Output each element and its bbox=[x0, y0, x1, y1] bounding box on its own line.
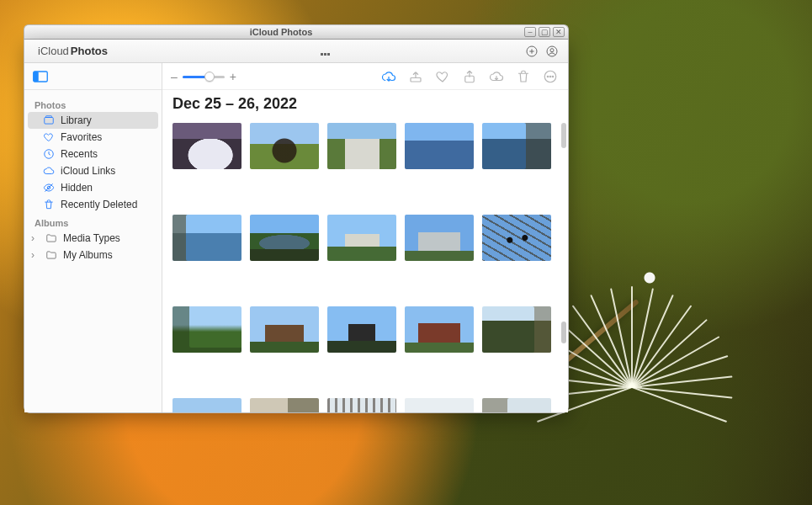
app-brand: iCloud bbox=[38, 45, 69, 57]
photo-thumbnail[interactable] bbox=[327, 123, 396, 169]
zoom-slider-knob[interactable] bbox=[204, 72, 215, 82]
folder-icon bbox=[45, 249, 57, 261]
photo-thumbnail[interactable] bbox=[327, 398, 396, 412]
photo-thumbnail[interactable] bbox=[172, 306, 241, 353]
upload-icon[interactable] bbox=[406, 69, 425, 84]
zoom-out-button[interactable]: – bbox=[171, 70, 178, 83]
app-name: Photos bbox=[71, 45, 108, 57]
zoom-control: – + bbox=[171, 70, 236, 83]
heart-icon bbox=[43, 131, 55, 143]
trash-icon[interactable] bbox=[514, 69, 533, 84]
heart-icon[interactable] bbox=[433, 69, 452, 84]
sidebar: Photos Library Favorites Recents iCloud … bbox=[24, 63, 162, 412]
svg-rect-7 bbox=[45, 118, 54, 125]
eye-off-icon bbox=[43, 182, 55, 194]
sidebar-item-library[interactable]: Library bbox=[28, 112, 158, 129]
sidebar-item-label: Favorites bbox=[61, 131, 102, 143]
photo-thumbnail[interactable] bbox=[482, 215, 551, 261]
scrollbar-top[interactable] bbox=[561, 123, 566, 148]
svg-rect-8 bbox=[46, 116, 52, 118]
close-button[interactable]: ✕ bbox=[553, 27, 565, 37]
photo-thumbnail[interactable] bbox=[172, 215, 241, 261]
sidebar-item-label: Recently Deleted bbox=[61, 199, 137, 210]
window-titlebar[interactable]: iCloud Photos – ▢ ✕ bbox=[24, 24, 569, 40]
folder-icon bbox=[45, 232, 57, 244]
svg-point-17 bbox=[552, 76, 554, 77]
photo-thumbnail[interactable] bbox=[250, 215, 319, 261]
share-icon[interactable] bbox=[460, 69, 479, 84]
zoom-in-button[interactable]: + bbox=[230, 70, 236, 83]
maximize-button[interactable]: ▢ bbox=[539, 27, 550, 37]
photo-thumbnail[interactable] bbox=[405, 398, 474, 412]
photo-grid bbox=[162, 120, 568, 412]
sidebar-item-recently-deleted[interactable]: Recently Deleted bbox=[28, 196, 158, 213]
photo-grid-scroll[interactable] bbox=[162, 120, 568, 412]
sidebar-item-label: Recents bbox=[61, 148, 98, 160]
add-circle-icon[interactable] bbox=[524, 44, 539, 59]
sidebar-item-media-types[interactable]: › Media Types bbox=[28, 230, 158, 247]
sidebar-item-label: Hidden bbox=[61, 182, 93, 194]
svg-rect-12 bbox=[411, 77, 421, 82]
sidebar-item-my-albums[interactable]: › My Albums bbox=[28, 247, 158, 263]
photo-thumbnail[interactable] bbox=[327, 306, 396, 353]
library-icon bbox=[43, 114, 55, 126]
cloud-download-icon[interactable] bbox=[379, 69, 398, 84]
content-toolbar: – + bbox=[162, 63, 568, 90]
chevron-right-icon: › bbox=[31, 249, 38, 261]
chevron-right-icon: › bbox=[31, 232, 38, 244]
trash-icon bbox=[43, 199, 55, 210]
date-heading: Dec 25 – 26, 2022 bbox=[162, 90, 568, 120]
photo-thumbnail[interactable] bbox=[327, 215, 396, 261]
photo-thumbnail[interactable] bbox=[482, 306, 551, 353]
app-header: iCloudPhotos bbox=[24, 40, 568, 63]
photo-thumbnail[interactable] bbox=[172, 123, 241, 169]
ellipsis-circle-icon[interactable] bbox=[541, 69, 560, 84]
clock-icon bbox=[43, 148, 55, 160]
photo-thumbnail[interactable] bbox=[405, 123, 474, 169]
sidebar-item-icloud-links[interactable]: iCloud Links bbox=[28, 162, 158, 179]
sidebar-item-label: Library bbox=[61, 114, 92, 126]
app-window: iCloudPhotos Photos Library bbox=[24, 40, 569, 413]
scrollbar-thumb[interactable] bbox=[561, 322, 566, 343]
grid-icon[interactable] bbox=[499, 41, 519, 61]
photo-thumbnail[interactable] bbox=[405, 306, 474, 353]
cloud-download-outline-icon[interactable] bbox=[487, 69, 506, 84]
app-title: iCloudPhotos bbox=[38, 45, 108, 57]
photo-thumbnail[interactable] bbox=[482, 123, 551, 169]
svg-point-15 bbox=[547, 76, 549, 77]
photo-thumbnail[interactable] bbox=[250, 398, 319, 412]
sidebar-toggle[interactable] bbox=[24, 63, 162, 90]
minimize-button[interactable]: – bbox=[524, 27, 536, 37]
sidebar-header-photos: Photos bbox=[24, 95, 162, 112]
sidebar-item-label: My Albums bbox=[63, 249, 113, 261]
svg-point-4 bbox=[550, 48, 554, 51]
sidebar-item-label: iCloud Links bbox=[61, 165, 115, 177]
sidebar-item-recents[interactable]: Recents bbox=[28, 146, 158, 162]
cloud-link-icon bbox=[43, 165, 55, 177]
account-circle-icon[interactable] bbox=[544, 44, 560, 59]
svg-rect-6 bbox=[34, 72, 39, 82]
sidebar-item-label: Media Types bbox=[63, 232, 120, 244]
photo-thumbnail[interactable] bbox=[172, 398, 241, 412]
svg-point-16 bbox=[549, 76, 551, 77]
zoom-slider[interactable] bbox=[183, 71, 225, 82]
photo-thumbnail[interactable] bbox=[405, 215, 474, 261]
sidebar-header-albums: Albums bbox=[24, 213, 162, 230]
photo-thumbnail[interactable] bbox=[482, 398, 551, 412]
content-pane: – + bbox=[162, 63, 568, 412]
photo-thumbnail[interactable] bbox=[250, 306, 319, 353]
photo-thumbnail[interactable] bbox=[250, 123, 319, 169]
window-title: iCloud Photos bbox=[38, 27, 524, 37]
sidebar-item-hidden[interactable]: Hidden bbox=[28, 179, 158, 196]
sidebar-item-favorites[interactable]: Favorites bbox=[28, 129, 158, 146]
